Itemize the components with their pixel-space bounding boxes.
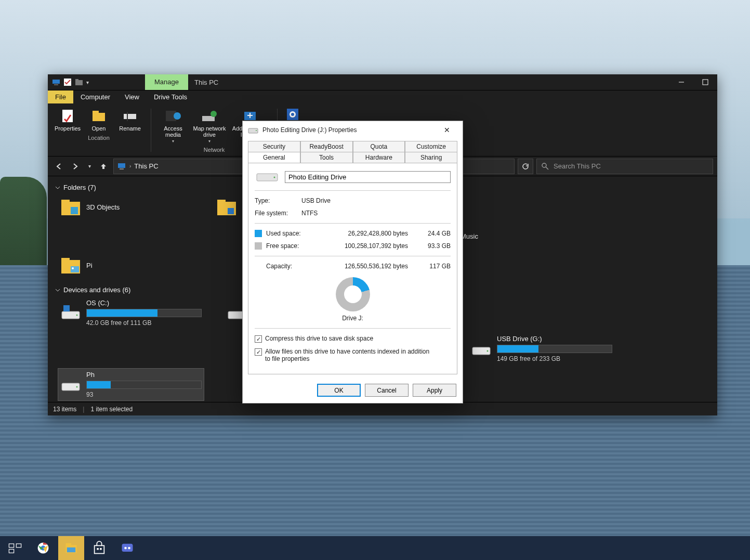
tab-customize[interactable]: Customize — [405, 141, 457, 152]
drive-item[interactable]: USB Drive (G:)149 GB free of 233 GB — [469, 333, 614, 364]
nav-up-button[interactable] — [97, 160, 110, 173]
folders-header-text: Folders (7) — [63, 184, 96, 191]
svg-line-27 — [546, 167, 548, 170]
search-placeholder: Search This PC — [554, 162, 601, 170]
menu-file[interactable]: File — [48, 90, 73, 103]
menu-computer[interactable]: Computer — [73, 90, 117, 103]
drive-item[interactable]: Ph93 — [58, 369, 204, 400]
taskbar-chrome[interactable] — [30, 536, 56, 560]
ribbon-access-media-button[interactable]: Access media ▾ — [157, 107, 189, 145]
tab-quota[interactable]: Quota — [353, 141, 405, 152]
tab-readyboost[interactable]: ReadyBoost — [300, 141, 353, 152]
menu-drive-tools[interactable]: Drive Tools — [147, 90, 194, 103]
drive-item[interactable]: OS (C:)42.0 GB free of 111 GB — [58, 297, 204, 329]
apply-button[interactable]: Apply — [413, 384, 456, 397]
tab-hardware[interactable]: Hardware — [353, 152, 405, 163]
this-pc-icon — [52, 78, 60, 86]
svg-rect-29 — [61, 200, 70, 203]
used-label: Used space: — [266, 230, 309, 237]
ribbon-group-location-label: Location — [88, 135, 110, 142]
ribbon-settings-button[interactable] — [284, 108, 386, 121]
titlebar[interactable]: ▾ Manage This PC — [48, 74, 717, 90]
capacity-pie-chart — [336, 277, 370, 311]
svg-rect-41 — [61, 258, 70, 261]
taskbar[interactable] — [0, 536, 750, 560]
svg-rect-8 — [93, 113, 105, 121]
ribbon-rename-button[interactable]: Rename — [115, 107, 144, 133]
svg-point-13 — [174, 112, 181, 120]
svg-rect-4 — [75, 79, 78, 81]
svg-rect-18 — [249, 113, 251, 118]
folder-item[interactable]: Pi — [58, 253, 193, 278]
tab-sharing[interactable]: Sharing — [405, 152, 457, 163]
tab-general[interactable]: General — [248, 152, 300, 163]
type-value: USB Drive — [301, 197, 331, 204]
compress-checkbox-row[interactable]: ✓ Compress this drive to save disk space — [255, 335, 451, 343]
svg-rect-24 — [118, 163, 125, 168]
ok-button[interactable]: OK — [317, 384, 361, 397]
ribbon-tab-manage[interactable]: Manage — [145, 74, 188, 90]
drives-header-text: Devices and drives (6) — [63, 286, 130, 294]
taskbar-discord[interactable] — [114, 536, 140, 560]
chevron-down-icon — [55, 288, 60, 293]
menubar: File Computer View Drive Tools — [48, 90, 717, 103]
capacity-gb: 117 GB — [418, 263, 451, 270]
nav-recent-dropdown[interactable]: ▾ — [85, 160, 94, 173]
refresh-button[interactable] — [518, 159, 533, 174]
dialog-tabs: SecurityReadyBoostQuotaCustomize General… — [243, 141, 463, 163]
folder-label: 3D Objects — [86, 203, 120, 211]
svg-rect-65 — [66, 543, 72, 546]
drive-free-text: 93 — [86, 391, 202, 398]
folder-label: Pi — [86, 262, 93, 269]
svg-rect-3 — [75, 80, 83, 85]
tab-body-general: Type:USB Drive File system:NTFS Used spa… — [248, 163, 457, 374]
nav-back-button[interactable] — [52, 160, 65, 173]
drive-capacity-bar — [86, 309, 202, 317]
cancel-button[interactable]: Cancel — [365, 384, 409, 397]
window-title: This PC — [188, 79, 225, 86]
drive-name-field[interactable] — [285, 171, 451, 183]
checkbox-icon[interactable] — [63, 78, 72, 86]
maximize-button[interactable] — [693, 74, 717, 90]
dialog-titlebar[interactable]: Photo Editing Drive (J:) Properties ✕ — [243, 121, 463, 139]
task-view-button[interactable] — [2, 536, 28, 560]
menu-view[interactable]: View — [117, 90, 147, 103]
taskbar-store[interactable] — [86, 536, 112, 560]
free-swatch — [255, 242, 262, 250]
folder-icon — [60, 255, 81, 276]
tab-tools[interactable]: Tools — [300, 152, 353, 163]
search-box[interactable]: Search This PC — [536, 159, 713, 174]
tab-security[interactable]: Security — [248, 141, 300, 152]
minimize-button[interactable] — [669, 74, 693, 90]
folder-icon — [60, 197, 81, 217]
svg-point-71 — [124, 547, 127, 550]
filesystem-value: NTFS — [301, 210, 318, 217]
drive-icon — [60, 304, 81, 322]
address-text: This PC — [134, 162, 158, 170]
svg-rect-68 — [97, 548, 99, 550]
used-swatch — [255, 230, 262, 237]
svg-point-45 — [76, 314, 78, 316]
drive-name: Ph — [86, 371, 202, 379]
drive-free-text: 149 GB free of 233 GB — [497, 355, 612, 362]
checkbox-icon[interactable]: ✓ — [255, 348, 262, 356]
compress-label: Compress this drive to save disk space — [265, 335, 373, 342]
dialog-close-button[interactable]: ✕ — [437, 121, 457, 139]
svg-rect-70 — [122, 544, 133, 552]
ribbon-properties-button[interactable]: Properties — [53, 107, 82, 133]
svg-point-26 — [542, 163, 546, 167]
svg-rect-46 — [63, 305, 70, 311]
ribbon-open-label: Open — [92, 125, 106, 132]
nav-forward-button[interactable] — [69, 160, 82, 173]
chevron-right-icon: › — [129, 163, 131, 169]
svg-rect-10 — [124, 114, 136, 119]
folder-3d-objects[interactable]: 3D Objects — [58, 194, 193, 219]
taskbar-explorer[interactable] — [58, 536, 84, 560]
type-label: Type: — [255, 197, 296, 204]
new-folder-icon[interactable] — [75, 78, 83, 86]
checkbox-icon[interactable]: ✓ — [255, 335, 262, 343]
qat-dropdown-icon[interactable]: ▾ — [86, 80, 89, 85]
ribbon-open-button[interactable]: Open — [84, 107, 113, 133]
ribbon-map-drive-button[interactable]: Map network drive ▾ — [191, 107, 228, 145]
index-checkbox-row[interactable]: ✓ Allow files on this drive to have cont… — [255, 348, 451, 362]
